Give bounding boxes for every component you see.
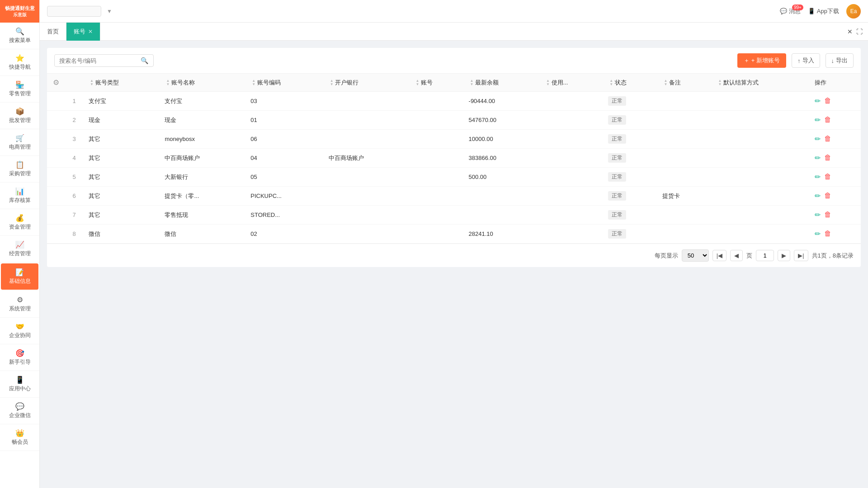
prev-page-button[interactable]: ◀	[730, 250, 743, 261]
row-num: 5	[65, 168, 83, 187]
col-code[interactable]: ▲▼ 账号编码	[245, 74, 323, 92]
cell-type: 其它	[83, 187, 159, 206]
top-search-input[interactable]	[51, 8, 87, 14]
per-page-select[interactable]: 50 100 200	[682, 249, 709, 262]
add-account-button[interactable]: ＋ + 新增账号	[737, 53, 786, 68]
col-note[interactable]: ▲▼ 备注	[657, 74, 711, 92]
delete-button[interactable]: 🗑	[824, 211, 831, 219]
close-tab-icon[interactable]: ✕	[847, 28, 853, 35]
cell-account_no	[409, 92, 463, 111]
cell-balance: 10000.00	[463, 130, 539, 149]
sidebar-item-new-guide[interactable]: 🎯新手引导	[0, 344, 39, 371]
tab-home[interactable]: 首页	[40, 23, 66, 41]
sidebar-item-ecommerce[interactable]: 🛒电商管理	[0, 129, 39, 156]
edit-button[interactable]: ✏	[815, 135, 821, 143]
tab-close-account[interactable]: ✕	[88, 28, 93, 35]
sidebar-icon-enterprise-wechat: 💬	[2, 402, 38, 411]
edit-button[interactable]: ✏	[815, 211, 821, 219]
cell-note	[657, 130, 711, 149]
search-box[interactable]: 🔍	[54, 54, 154, 67]
col-usage[interactable]: ▲▼ 使用...	[539, 74, 603, 92]
cell-default_settlement	[712, 187, 810, 206]
sidebar: 畅捷通财生意 乐意版 🔍搜索菜单⭐快捷导航🏪零售管理📦批发管理🛒电商管理📋采购管…	[0, 0, 40, 488]
last-page-button[interactable]: ▶|	[794, 250, 808, 261]
delete-button[interactable]: 🗑	[824, 173, 831, 181]
sidebar-item-system[interactable]: ⚙系统管理	[0, 291, 39, 318]
sidebar-item-app-center[interactable]: 📱应用中心	[0, 371, 39, 398]
table-row: 3其它moneybosx0610000.00正常 ✏ 🗑	[47, 130, 861, 149]
col-name[interactable]: ▲▼ 账号名称	[159, 74, 245, 92]
messages-button[interactable]: 💬 消息 99+	[780, 7, 801, 15]
cell-code: 01	[245, 111, 323, 130]
sidebar-item-enterprise-agreement[interactable]: 🤝企业协同	[0, 318, 39, 344]
expand-icon[interactable]: ⛶	[856, 28, 863, 35]
toolbar-right: ＋ + 新增账号 ↑ 导入 ↓ 导出	[737, 53, 854, 68]
delete-button[interactable]: 🗑	[824, 192, 831, 200]
edit-button[interactable]: ✏	[815, 97, 821, 105]
sidebar-item-wholesale[interactable]: 📦批发管理	[0, 103, 39, 129]
export-label: 导出	[836, 56, 848, 65]
row-settings	[47, 92, 65, 111]
edit-button[interactable]: ✏	[815, 154, 821, 162]
cell-actions: ✏ 🗑	[809, 187, 861, 206]
sidebar-label-operations: 经营管理	[2, 250, 38, 258]
col-default_settlement[interactable]: ▲▼ 默认结算方式	[712, 74, 810, 92]
delete-button[interactable]: 🗑	[824, 97, 831, 105]
first-page-button[interactable]: |◀	[712, 250, 726, 261]
delete-button[interactable]: 🗑	[824, 154, 831, 162]
settings-icon[interactable]: ⚙	[53, 79, 59, 86]
export-button[interactable]: ↓ 导出	[826, 53, 854, 68]
status-badge: 正常	[608, 96, 626, 106]
tab-account[interactable]: 账号✕	[66, 23, 100, 41]
col-status[interactable]: ▲▼ 状态	[603, 74, 657, 92]
edit-button[interactable]: ✏	[815, 116, 821, 124]
row-settings	[47, 130, 65, 149]
cell-name: 现金	[159, 111, 245, 130]
import-button[interactable]: ↑ 导入	[792, 53, 820, 68]
cell-balance: 383866.00	[463, 149, 539, 168]
cell-actions: ✏ 🗑	[809, 130, 861, 149]
col-settings[interactable]: ⚙	[47, 74, 65, 92]
sidebar-item-basic-info[interactable]: 📝基础信息	[1, 263, 38, 290]
sidebar-label-inventory: 库存核算	[2, 197, 38, 204]
col-bank[interactable]: ▲▼ 开户银行	[323, 74, 409, 92]
sidebar-item-enterprise-wechat[interactable]: 💬企业微信	[0, 398, 39, 424]
cell-name: 提货卡（零...	[159, 187, 245, 206]
delete-button[interactable]: 🗑	[824, 116, 831, 124]
avatar[interactable]: Ea	[846, 4, 861, 19]
dropdown-arrow-icon[interactable]: ▼	[107, 8, 112, 14]
sidebar-item-member[interactable]: 👑畅会员	[0, 424, 39, 451]
top-search-box[interactable]	[47, 6, 101, 17]
messages-badge: 99+	[792, 5, 803, 10]
sidebar-item-search-menu[interactable]: 🔍搜索菜单	[0, 23, 39, 49]
cell-usage	[539, 206, 603, 225]
sidebar-item-retail[interactable]: 🏪零售管理	[0, 76, 39, 103]
sidebar-item-purchase[interactable]: 📋采购管理	[0, 156, 39, 183]
sort-account_no-icon: ▲▼	[415, 79, 419, 86]
edit-button[interactable]: ✏	[815, 173, 821, 181]
table-row: 4其它中百商场账户04中百商场账户383866.00正常 ✏ 🗑	[47, 149, 861, 168]
edit-button[interactable]: ✏	[815, 192, 821, 200]
cell-actions: ✏ 🗑	[809, 149, 861, 168]
app-download-button[interactable]: 📱 App下载	[808, 7, 839, 15]
sidebar-item-operations[interactable]: 📈经营管理	[0, 236, 39, 263]
delete-button[interactable]: 🗑	[824, 230, 831, 238]
col-type[interactable]: ▲▼ 账号类型	[83, 74, 159, 92]
cell-balance	[463, 206, 539, 225]
table-row: 2现金现金01547670.00正常 ✏ 🗑	[47, 111, 861, 130]
delete-button[interactable]: 🗑	[824, 135, 831, 143]
page-input[interactable]	[756, 250, 774, 261]
sidebar-item-inventory[interactable]: 📊库存核算	[0, 183, 39, 209]
search-icon[interactable]: 🔍	[141, 57, 148, 64]
cell-code: PICKUPC...	[245, 187, 323, 206]
next-page-button[interactable]: ▶	[778, 250, 790, 261]
col-account_no[interactable]: ▲▼ 账号	[409, 74, 463, 92]
sidebar-label-ecommerce: 电商管理	[2, 143, 38, 151]
row-settings	[47, 168, 65, 187]
action-btns: ✏ 🗑	[815, 230, 855, 238]
edit-button[interactable]: ✏	[815, 230, 821, 238]
search-input[interactable]	[59, 57, 141, 64]
sidebar-item-quick-nav[interactable]: ⭐快捷导航	[0, 49, 39, 76]
sidebar-item-finance[interactable]: 💰资金管理	[0, 209, 39, 236]
col-balance[interactable]: ▲▼ 最新余额	[463, 74, 539, 92]
